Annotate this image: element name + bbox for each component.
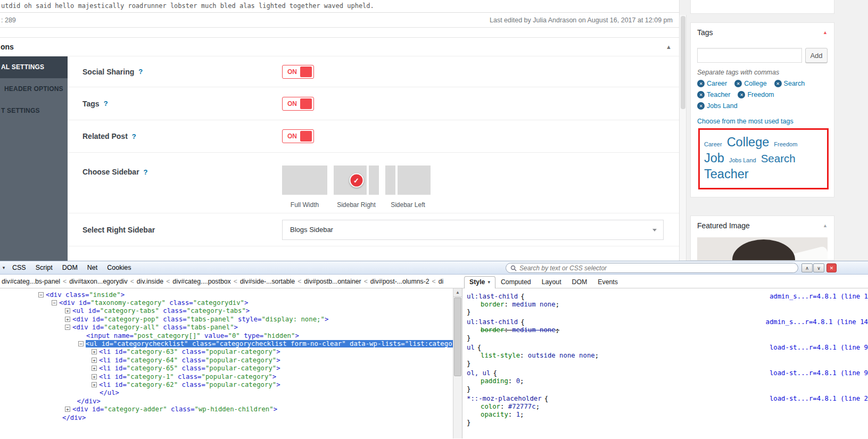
featured-image-header[interactable]: Featured Image ▲ xyxy=(691,216,834,235)
remove-tag-icon[interactable]: ✕ xyxy=(697,102,705,110)
scroll-up-icon[interactable]: ▲ xyxy=(453,288,462,297)
css-source-link[interactable]: admin_s...r=4.8.1 (line 1 xyxy=(759,293,868,301)
html-tree-line[interactable]: +<ul id="category-tabs" class="category-… xyxy=(0,307,453,315)
devtools-tab-css[interactable]: CSS xyxy=(7,264,31,271)
remove-tag-icon[interactable]: ✕ xyxy=(774,80,782,87)
cloud-tag[interactable]: College xyxy=(727,135,770,150)
collapse-box-icon[interactable]: ▲ xyxy=(666,44,672,50)
breadcrumb-item[interactable]: div#taxon...egorydiv xyxy=(69,278,127,285)
tags-toggle[interactable]: ON xyxy=(282,97,314,111)
html-tree-line[interactable]: +<div id="category-adder" class="wp-hidd… xyxy=(0,405,453,413)
devtools-search-input[interactable] xyxy=(519,264,793,272)
sidebar-select-dropdown[interactable]: Blogs Sidebar xyxy=(282,220,664,240)
expand-node-icon[interactable]: + xyxy=(92,358,97,363)
cloud-tag[interactable]: Job xyxy=(704,151,724,165)
cloud-tag[interactable]: Search xyxy=(761,152,796,165)
layout-option-full-width[interactable]: Full Width xyxy=(282,165,327,209)
add-tag-button[interactable]: Add xyxy=(805,48,828,63)
html-tree-line[interactable]: <input name="post_category[]" value="0" … xyxy=(0,332,453,339)
side-tab-style[interactable]: Style▾ xyxy=(464,276,495,288)
most-used-tags-link[interactable]: Choose from the most used tags xyxy=(697,118,793,125)
related-post-toggle[interactable]: ON xyxy=(282,129,314,143)
search-prev-button[interactable]: ∧ xyxy=(801,263,813,272)
html-tree-line[interactable]: +<li id="category-62" class="popular-cat… xyxy=(0,380,453,388)
css-property[interactable]: padding: 0; xyxy=(467,377,868,385)
html-tree-line[interactable]: +<div id="category-pop" class="tabs-pane… xyxy=(0,315,453,323)
html-tree-line[interactable]: +<li id="category-64" class="popular-cat… xyxy=(0,356,453,364)
devtools-scrollbar[interactable]: ▲ xyxy=(453,288,462,438)
help-icon[interactable]: ? xyxy=(104,100,108,107)
expand-node-icon[interactable]: + xyxy=(65,317,70,322)
expand-node-icon[interactable]: + xyxy=(92,374,97,379)
html-tree-line[interactable]: </ul> xyxy=(0,389,453,397)
toggle-panel-icon[interactable]: ▲ xyxy=(823,223,828,228)
css-property-overridden[interactable]: border: medium none; xyxy=(467,326,868,334)
css-selector[interactable]: ul xyxy=(467,344,475,352)
nav-tab-header-options[interactable]: HEADER OPTIONS xyxy=(0,78,68,100)
social-sharing-toggle[interactable]: ON xyxy=(282,65,314,79)
firebug-menu-icon[interactable]: ▾ xyxy=(0,265,7,270)
remove-tag-icon[interactable]: ✕ xyxy=(697,80,705,87)
remove-tag-icon[interactable]: ✕ xyxy=(738,91,745,98)
featured-image-thumbnail[interactable] xyxy=(697,237,828,261)
help-icon[interactable]: ? xyxy=(132,132,136,140)
css-source-link[interactable]: load-st...r=4.8.1 (line 9 xyxy=(759,344,868,352)
html-tree-line[interactable]: −<div id="taxonomy-category" class="cate… xyxy=(0,299,453,307)
html-tree-line[interactable]: +<li id="category-1" class="popular-cate… xyxy=(0,372,453,380)
nav-tab-post-settings[interactable]: T SETTINGS xyxy=(0,100,68,122)
css-source-link[interactable]: admin_s...r=4.8.1 (line 14 xyxy=(755,318,868,326)
css-selector[interactable]: ul:last-child xyxy=(467,318,518,326)
css-property[interactable]: list-style: outside none none; xyxy=(467,352,868,360)
layout-option-sidebar-left[interactable]: Sidebar Left xyxy=(385,165,431,209)
breadcrumb-item[interactable]: div#side-...sortable xyxy=(240,278,295,285)
toggle-panel-icon[interactable]: ▲ xyxy=(823,30,828,35)
side-tab-computed[interactable]: Computed xyxy=(495,276,536,288)
devtools-tab-dom[interactable]: DOM xyxy=(57,264,82,271)
breadcrumb-item[interactable]: div#postb...ontainer xyxy=(304,278,361,285)
breadcrumb-item[interactable]: di xyxy=(439,278,444,285)
css-selector[interactable]: ol, ul xyxy=(467,369,490,377)
devtools-close-button[interactable]: ✕ xyxy=(826,263,837,272)
cloud-tag[interactable]: Jobs Land xyxy=(729,157,756,164)
expand-node-icon[interactable]: + xyxy=(65,308,70,313)
cloud-tag[interactable]: Teacher xyxy=(704,167,749,181)
html-tree-line[interactable]: −<div class="inside"> xyxy=(0,291,453,299)
cloud-tag[interactable]: Freedom xyxy=(774,141,797,148)
remove-tag-icon[interactable]: ✕ xyxy=(697,91,705,98)
html-tree-line[interactable]: −<div id="category-all" class="tabs-pane… xyxy=(0,324,453,332)
devtools-tab-net[interactable]: Net xyxy=(82,264,102,271)
css-selector[interactable]: *::-moz-placeholder xyxy=(467,395,542,403)
devtools-tab-cookies[interactable]: Cookies xyxy=(102,264,136,271)
html-tree-line[interactable]: −<ul id="categorychecklist" class="categ… xyxy=(0,339,453,347)
breadcrumb-item[interactable]: div#post-...olumns-2 xyxy=(370,278,429,285)
scrollbar-thumb[interactable] xyxy=(454,297,461,376)
html-tree-line[interactable]: </div> xyxy=(0,413,453,421)
html-tree-line[interactable]: +<li id="category-65" class="popular-cat… xyxy=(0,365,453,372)
cloud-tag[interactable]: Career xyxy=(704,141,722,148)
scrollbar-thumb[interactable] xyxy=(681,16,685,109)
expand-node-icon[interactable]: + xyxy=(92,349,97,354)
css-source-link[interactable]: load-st...r=4.8.1 (line 9 xyxy=(759,369,868,377)
devtools-tab-script[interactable]: Script xyxy=(31,264,57,271)
column-scrollbar[interactable] xyxy=(680,15,687,261)
css-source-link[interactable]: load-st...r=4.8.1 (line 2 xyxy=(759,395,868,403)
layout-option-sidebar-right[interactable]: ✓ Sidebar Right xyxy=(334,165,379,209)
expand-node-icon[interactable]: + xyxy=(92,382,97,387)
side-tab-layout[interactable]: Layout xyxy=(536,276,567,288)
expand-node-icon[interactable]: + xyxy=(65,407,70,412)
collapse-node-icon[interactable]: − xyxy=(78,341,84,346)
search-next-button[interactable]: ∨ xyxy=(813,263,824,272)
breadcrumb-item[interactable]: div#categ...bs-panel xyxy=(2,278,60,285)
expand-node-icon[interactable]: + xyxy=(92,366,97,371)
breadcrumb-item[interactable]: div.inside xyxy=(137,278,163,285)
html-tree-line[interactable]: </div> xyxy=(0,397,453,405)
help-icon[interactable]: ? xyxy=(144,168,148,176)
side-tab-events[interactable]: Events xyxy=(592,276,623,288)
nav-tab-general-settings[interactable]: AL SETTINGS xyxy=(0,56,68,78)
css-selector[interactable]: ul:last-child xyxy=(467,293,518,301)
side-tab-dom[interactable]: DOM xyxy=(567,276,593,288)
remove-tag-icon[interactable]: ✕ xyxy=(734,80,742,87)
tags-box-header[interactable]: Tags ▲ xyxy=(691,23,834,42)
css-property[interactable]: opacity: 1; xyxy=(467,411,868,419)
collapse-node-icon[interactable]: − xyxy=(65,325,70,330)
